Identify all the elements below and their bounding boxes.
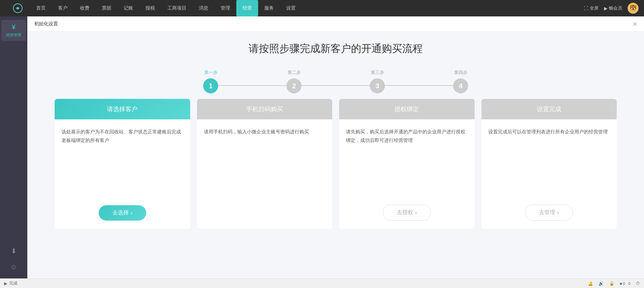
go-select-arrow: › [131, 210, 132, 216]
top-navigation: 首页 客户 收费 票据 记账 报税 工商项目 消息 管理 经营 服务 设置 ⛶ … [0, 0, 644, 16]
download-icon[interactable]: ⬇ [8, 245, 20, 257]
go-select-button[interactable]: 去选择 › [99, 205, 146, 221]
main-title: 请按照步骤完成新客户的开通购买流程 [41, 42, 630, 56]
arrow-1-2 [218, 77, 286, 86]
card-2-footer [197, 215, 333, 229]
nav-logo [5, 0, 30, 16]
step-3-label: 第三步 [371, 69, 384, 76]
close-button[interactable]: × [633, 21, 637, 27]
go-auth-button[interactable]: 去授权 › [383, 205, 431, 221]
go-manage-button[interactable]: 去管理 › [525, 205, 573, 221]
nav-item-message[interactable]: 消息 [193, 0, 214, 16]
nav-right-area: ⛶ 全屏 ▶ 畅会员 🐯 [584, 3, 639, 14]
nav-item-tax[interactable]: 报税 [139, 0, 161, 16]
nav-item-home[interactable]: 首页 [30, 0, 52, 16]
nav-item-service[interactable]: 服务 [258, 0, 280, 16]
nav-item-business[interactable]: 工商项目 [161, 0, 193, 16]
fullscreen-button[interactable]: ⛶ 全屏 [584, 5, 599, 11]
chart-icon: ■ 0 0 [620, 282, 630, 286]
content-area: 请按照步骤完成新客户的开通购买流程 第一步 1 第二步 2 [27, 31, 644, 239]
notify-icon: 🔔 [588, 281, 593, 286]
nav-item-fee[interactable]: 收费 [74, 0, 96, 16]
vip-button[interactable]: ▶ 畅会员 [604, 5, 622, 11]
nav-item-settings[interactable]: 设置 [280, 0, 302, 16]
nav-item-customer[interactable]: 客户 [52, 0, 74, 16]
page-header-title: 初始化设置 [34, 21, 58, 27]
steps-timeline: 第一步 1 第二步 2 第三步 3 [41, 69, 630, 93]
card-1-header: 请选择客户 [55, 99, 190, 119]
arrow-2-3 [302, 77, 370, 86]
main-content: 初始化设置 × 请按照步骤完成新客户的开通购买流程 第一步 1 第二步 2 [27, 16, 644, 278]
sidebar-item-operation[interactable]: ¥ 经营管理 [1, 20, 26, 41]
step-node-1: 第一步 1 [203, 69, 218, 93]
fullscreen-icon: ⛶ [584, 6, 588, 11]
step-1-circle: 1 [203, 78, 218, 93]
card-1-footer: 去选择 › [55, 200, 190, 229]
sidebar-item-label: 经营管理 [6, 32, 21, 38]
nav-item-operation[interactable]: 经营 [236, 0, 258, 16]
status-bar: ▶ 完成 🔔 🔊 🔒 ■ 0 0 ⏱ [0, 278, 644, 288]
page-header: 初始化设置 × [27, 16, 644, 31]
step-1-label: 第一步 [204, 69, 218, 76]
card-3: 授权绑定 请先购买，购买后选择开通的产品中的企业用户进行授权绑定，成功后即可进行… [339, 99, 475, 229]
card-3-header: 授权绑定 [339, 99, 475, 119]
card-4-header: 设置完成 [481, 99, 617, 119]
arrow-line-3 [385, 85, 453, 86]
status-label: 完成 [9, 280, 17, 286]
yuan-icon: ¥ [12, 23, 15, 31]
vip-icon: ▶ [604, 6, 607, 11]
nav-item-bill[interactable]: 票据 [96, 0, 117, 16]
play-icon: ▶ [4, 281, 7, 286]
arrow-line-1 [218, 85, 286, 86]
nav-item-account[interactable]: 记账 [117, 0, 139, 16]
sound-icon: 🔊 [599, 281, 604, 286]
nav-item-manage[interactable]: 管理 [214, 0, 236, 16]
lock-icon: 🔒 [609, 281, 614, 286]
card-3-body: 请先购买，购买后选择开通的产品中的企业用户进行授权绑定，成功后即可进行经营管理 [339, 119, 475, 199]
card-4-footer: 去管理 › [481, 199, 617, 229]
step-4-label: 第四步 [454, 69, 467, 76]
card-2: 手机扫码购买 请用手机扫码，输入小微企业主账号密码进行购买 [197, 99, 333, 229]
go-auth-arrow: › [415, 210, 417, 216]
go-select-label: 去选择 [112, 209, 129, 217]
status-bar-right: 🔔 🔊 🔒 ■ 0 0 ⏱ [588, 281, 640, 286]
support-icon[interactable]: ☺ [8, 261, 20, 273]
card-1: 请选择客户 该处展示的客户为不在回收站、客户状态正常建账后完成老板端绑定的所有客… [55, 99, 190, 229]
card-3-footer: 去授权 › [339, 199, 475, 229]
card-2-body: 请用手机扫码，输入小微企业主账号密码进行购买 [197, 119, 333, 215]
go-manage-arrow: › [557, 210, 559, 216]
card-2-header: 手机扫码购买 [197, 99, 333, 119]
go-manage-label: 去管理 [539, 209, 555, 216]
cards-row: 请选择客户 该处展示的客户为不在回收站、客户状态正常建账后完成老板端绑定的所有客… [41, 99, 630, 229]
time-icon: ⏱ [636, 281, 640, 286]
step-2-label: 第二步 [288, 69, 301, 76]
go-auth-label: 去授权 [397, 209, 413, 216]
sidebar: ¥ 经营管理 ⬇ ☺ [0, 16, 27, 278]
arrow-line-2 [302, 85, 370, 86]
arrow-3-4 [385, 77, 453, 86]
avatar[interactable]: 🐯 [628, 3, 639, 14]
sidebar-bottom: ⬇ ☺ [8, 245, 20, 273]
card-4: 设置完成 设置完成后可以在管理列表进行所有企业用户的经营管理 去管理 › [481, 99, 617, 229]
card-4-body: 设置完成后可以在管理列表进行所有企业用户的经营管理 [481, 119, 617, 199]
card-1-body: 该处展示的客户为不在回收站、客户状态正常建账后完成老板端绑定的所有客户 [55, 119, 190, 200]
